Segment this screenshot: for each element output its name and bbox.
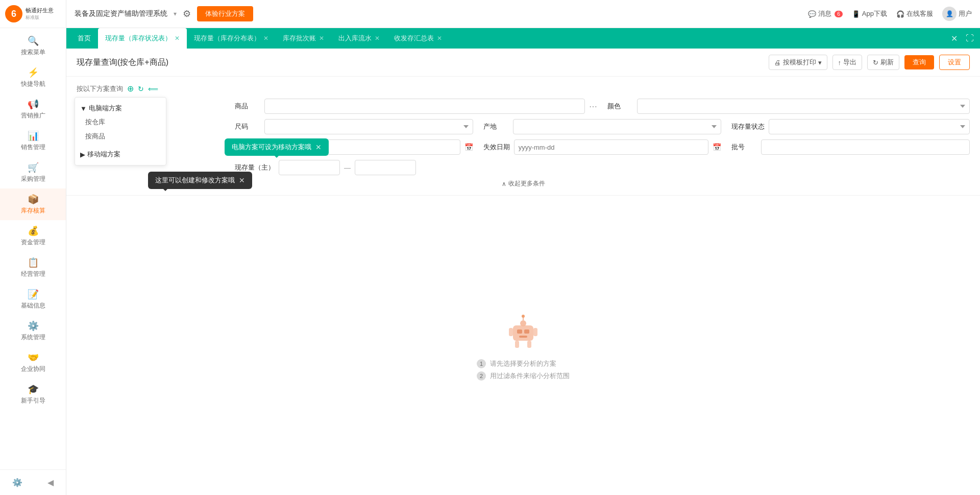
app-download-btn[interactable]: 📱 App下载 (852, 9, 887, 18)
tab-inventory-dist[interactable]: 现存量（库存分布表） ✕ (187, 28, 276, 49)
filter-refresh-btn[interactable]: ↻ (138, 85, 144, 93)
tab-close-icon[interactable]: ✕ (175, 35, 180, 42)
system-dropdown-icon[interactable]: ▾ (174, 10, 177, 17)
refresh-btn[interactable]: ↻ 刷新 (867, 55, 899, 70)
sidebar: 6 畅通好生意 标准版 🔍 搜索菜单 ⚡ 快捷导航 📢 营销推广 📊 销售管理 … (0, 0, 66, 495)
expdate-calendar-icon[interactable]: 📅 (713, 143, 721, 151)
sidebar-item-finance[interactable]: 💰 资金管理 (0, 220, 66, 252)
notification-btn[interactable]: 💬 消息 6 (808, 9, 843, 18)
tabs-right: ✕ ⛶ (949, 32, 976, 45)
tab-home[interactable]: 首页 (70, 28, 98, 49)
logo-name: 畅通好生意 (26, 7, 54, 14)
operation-icon: 📋 (28, 257, 39, 268)
industry-btn[interactable]: 体验行业方案 (197, 6, 253, 21)
svg-rect-3 (519, 336, 527, 338)
user-btn[interactable]: 👤 用户 (942, 7, 972, 21)
sidebar-item-quicknav[interactable]: ⚡ 快捷导航 (0, 62, 66, 93)
field-batch-label: 批号 (731, 143, 757, 152)
tab-summary[interactable]: 收发存汇总表 ✕ (387, 28, 449, 49)
sidebar-item-purchase[interactable]: 🛒 采购管理 (0, 157, 66, 188)
filter-label-text: 按以下方案查询 (77, 84, 123, 93)
tab-close-all-btn[interactable]: ✕ (949, 32, 960, 45)
scheme-item-goods[interactable]: 按商品 (75, 129, 166, 144)
filter-row4: 现存量（主） — (235, 160, 970, 175)
notification-badge: 6 (835, 11, 843, 17)
page-inner: 现存量查询(按仓库+商品) 🖨 按模板打印 ▾ ↑ 导出 ↻ 刷新 (66, 49, 980, 495)
sidebar-settings-btn[interactable]: ⚙️ (10, 475, 25, 490)
notification-icon: 💬 (808, 10, 816, 18)
field-expdate-input[interactable] (514, 139, 709, 155)
sidebar-item-label: 搜索菜单 (21, 48, 45, 57)
filter-group-status: 现存量状态 (731, 119, 970, 134)
tab-fullscreen-btn[interactable]: ⛶ (964, 32, 976, 45)
top-header: 装备及固定资产辅助管理系统 ▾ ⚙ 体验行业方案 💬 消息 6 📱 App下载 … (66, 0, 980, 28)
print-icon: 🖨 (774, 59, 781, 66)
field-qty-max-input[interactable] (355, 160, 416, 175)
field-goods-label: 商品 (235, 102, 260, 111)
sidebar-item-sales[interactable]: 📊 销售管理 (0, 125, 66, 157)
tab-label: 出入库流水 (338, 34, 372, 43)
sidebar-item-baseinfo[interactable]: 📝 基础信息 (0, 284, 66, 315)
sidebar-collapse-btn[interactable]: ◀ (45, 475, 56, 490)
sidebar-logo: 6 畅通好生意 标准版 (0, 0, 66, 28)
scheme-item-label: 按商品 (85, 132, 105, 140)
print-btn[interactable]: 🖨 按模板打印 ▾ (769, 55, 827, 70)
tab-batch[interactable]: 库存批次账 ✕ (276, 28, 331, 49)
tab-close-icon[interactable]: ✕ (437, 35, 442, 42)
field-size-select[interactable] (264, 119, 473, 134)
tab-close-icon[interactable]: ✕ (319, 35, 324, 42)
field-batch-input[interactable] (761, 139, 970, 155)
tooltip-scheme1: 电脑方案可设为移动方案哦 ✕ (225, 138, 329, 156)
settings-btn[interactable]: 设置 (939, 55, 970, 70)
scheme-item-warehouse[interactable]: 按仓库 (75, 115, 166, 129)
tab-label: 收发存汇总表 (394, 34, 434, 43)
mobile-scheme-label: 移动端方案 (87, 150, 120, 159)
svg-point-6 (522, 315, 525, 318)
field-origin-select[interactable] (513, 119, 722, 134)
logo-icon: 6 (5, 5, 22, 22)
tip-num-1: 1 (477, 359, 486, 368)
tab-flow[interactable]: 出入库流水 ✕ (331, 28, 387, 49)
tab-inventory-status[interactable]: 现存量（库存状况表） ✕ (98, 28, 187, 49)
mobile-scheme-header[interactable]: ▶ 移动端方案 (75, 148, 166, 161)
field-status-select[interactable] (769, 119, 970, 134)
tabs-bar: 首页 现存量（库存状况表） ✕ 现存量（库存分布表） ✕ 库存批次账 ✕ 出入库… (66, 28, 980, 49)
proddate-calendar-icon[interactable]: 📅 (464, 143, 473, 151)
tooltip-text2: 这里可以创建和修改方案哦 (155, 176, 235, 185)
sidebar-item-system[interactable]: ⚙️ 系统管理 (0, 315, 66, 347)
filter-label-row: 按以下方案查询 ⊕ ↻ ⟸ (77, 84, 970, 93)
field-color-select[interactable] (637, 99, 970, 114)
page-title: 现存量查询(按仓库+商品) (77, 57, 168, 68)
desktop-scheme-label: 电脑端方案 (89, 104, 122, 113)
sidebar-item-marketing[interactable]: 📢 营销推广 (0, 93, 66, 125)
tooltip2-close-btn[interactable]: ✕ (239, 176, 245, 184)
service-btn[interactable]: 🎧 在线客服 (896, 9, 933, 18)
filter-arrow-btn[interactable]: ⟸ (148, 85, 158, 93)
export-btn[interactable]: ↑ 导出 (832, 55, 863, 70)
sidebar-item-operation[interactable]: 📋 经营管理 (0, 252, 66, 284)
sidebar-item-inventory[interactable]: 📦 库存核算 (0, 188, 66, 220)
tab-close-icon[interactable]: ✕ (375, 35, 380, 42)
desktop-scheme-header[interactable]: ▼ 电脑端方案 (75, 102, 166, 115)
sidebar-item-search[interactable]: 🔍 搜索菜单 (0, 30, 66, 62)
filter-rows: 商品 ⋯ 颜色 尺码 (235, 99, 970, 175)
field-qty-min-input[interactable] (279, 160, 340, 175)
filter-group-size: 尺码 (235, 119, 473, 134)
field-size-label: 尺码 (235, 122, 260, 131)
sidebar-item-enterprise[interactable]: 🤝 企业协同 (0, 347, 66, 379)
field-expdate-label: 失效日期 (483, 143, 510, 152)
filter-add-btn[interactable]: ⊕ (127, 84, 134, 93)
field-goods-input[interactable] (264, 99, 585, 114)
query-btn[interactable]: 查询 (904, 55, 934, 69)
collapse-icon: ∧ (502, 180, 506, 187)
header-settings-btn[interactable]: ⚙ (183, 8, 191, 19)
system-name: 装备及固定资产辅助管理系统 (75, 9, 167, 18)
tab-close-icon[interactable]: ✕ (263, 35, 268, 42)
logo-text-block: 畅通好生意 标准版 (26, 7, 54, 20)
tooltip1-close-btn[interactable]: ✕ (315, 143, 322, 151)
sidebar-item-guide[interactable]: 🎓 新手引导 (0, 379, 66, 410)
tooltip-text1: 电脑方案可设为移动方案哦 (232, 143, 311, 152)
goods-more-icon[interactable]: ⋯ (589, 102, 597, 111)
app-icon: 📱 (852, 10, 860, 18)
empty-state: 1 请先选择要分析的方案 2 用过滤条件来缩小分析范围 (477, 310, 570, 381)
